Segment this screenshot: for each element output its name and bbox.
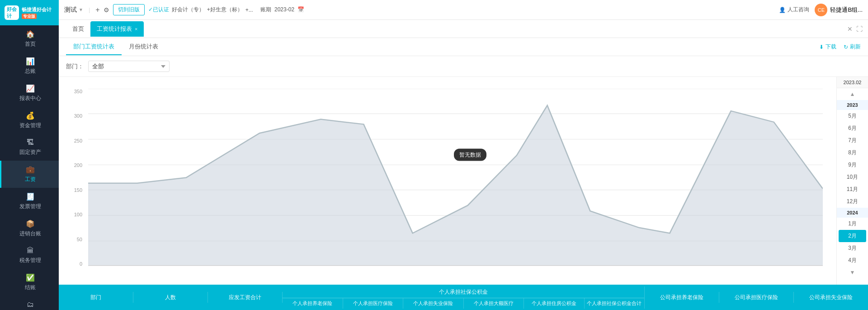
- date-panel: 2023.02 ▲ 2023 5月 6月 7月 8月 9月 10月 11月 12…: [836, 77, 868, 285]
- report-icon: 📈: [26, 84, 35, 93]
- settings-button[interactable]: ⚙: [104, 6, 109, 14]
- year-2024-label: 2024: [837, 208, 868, 218]
- tab-home[interactable]: 首页: [66, 21, 90, 37]
- subtab-actions: ⬇ 下载 ↻ 刷新: [819, 43, 861, 51]
- tab-close-button[interactable]: ×: [135, 26, 137, 32]
- more-status: +...: [245, 7, 253, 13]
- topbar-right: 👤 人工咨询 CE 轻捷通B组...: [779, 4, 863, 16]
- date-item-2024-4[interactable]: 4月: [837, 254, 868, 267]
- sidebar-item-funds[interactable]: 💰 资金管理: [0, 107, 59, 134]
- sidebar-label-settle: 结账: [25, 284, 36, 291]
- sidebar-logo: 好会计 畅捷通好会计 专业版: [0, 0, 59, 25]
- logo-badge: 专业版: [22, 14, 37, 19]
- calendar-icon[interactable]: 📅: [297, 6, 304, 13]
- tab-salary-report[interactable]: 工资统计报表 ×: [90, 21, 144, 37]
- date-nav-down-button[interactable]: ▼: [848, 268, 857, 277]
- y-label-250: 250: [68, 138, 86, 143]
- period-label: 账期: [260, 6, 271, 13]
- sidebar-item-assets[interactable]: 🏗 固定资产: [0, 134, 59, 161]
- refresh-button[interactable]: ↻ 刷新: [844, 43, 861, 51]
- divider: |: [89, 6, 90, 13]
- logo-icon: 好会计: [5, 5, 19, 20]
- user-initials: CE: [818, 7, 825, 13]
- settle-icon: ✅: [26, 273, 35, 282]
- sidebar-item-archive[interactable]: 🗂 归档管理: [0, 296, 59, 310]
- date-item-10[interactable]: 10月: [837, 171, 868, 183]
- sidebar-label-purchase: 进销台账: [19, 230, 41, 238]
- account-type: 好会计（专）: [172, 6, 204, 14]
- main-area: 测试 ▼ | + ⚙ 切到旧版 ✓已认证 好会计（专） +好生意（标） +...…: [59, 0, 868, 310]
- download-label: 下载: [826, 43, 836, 51]
- ledger-icon: 📊: [26, 57, 35, 66]
- sidebar-label-report: 报表中心: [19, 95, 41, 102]
- y-label-50: 50: [68, 237, 86, 242]
- chart-container: 0 50 100 150 200 250 300 350: [68, 84, 827, 280]
- chart-svg: [88, 89, 823, 267]
- y-label-0: 0: [68, 261, 86, 267]
- sidebar-item-purchase[interactable]: 📦 进销台账: [0, 215, 59, 242]
- chevron-down-icon[interactable]: ▼: [79, 7, 83, 12]
- sidebar-item-settle[interactable]: ✅ 结账: [0, 269, 59, 296]
- archive-icon: 🗂: [27, 300, 34, 309]
- help-button[interactable]: 👤 人工咨询: [779, 6, 809, 14]
- sidebar-item-home[interactable]: 🏠 首页: [0, 25, 59, 52]
- refresh-icon: ↻: [844, 44, 848, 50]
- col-personal-housing-fund: 个人承担住房公积金: [524, 298, 585, 309]
- date-item-5[interactable]: 5月: [837, 110, 868, 122]
- sidebar-label-tax: 税务管理: [19, 257, 41, 264]
- sidebar-item-report[interactable]: 📈 报表中心: [0, 80, 59, 107]
- date-panel-header: 2023.02: [837, 77, 868, 88]
- content-area: 部门工资统计表 月份统计表 ⬇ 下载 ↻ 刷新 部门： 全部 销售部: [59, 38, 868, 310]
- sidebar-label-ledger: 总账: [25, 67, 36, 75]
- chart-area-fill: [88, 105, 823, 266]
- chart-area: 0 50 100 150 200 250 300 350: [59, 77, 836, 285]
- tab-active-label: 工资统计报表: [97, 25, 132, 33]
- maximize-icon[interactable]: ⛶: [856, 25, 863, 33]
- add-button[interactable]: +: [95, 6, 99, 14]
- sidebar-item-salary[interactable]: 💼 工资: [0, 161, 59, 188]
- y-label-150: 150: [68, 187, 86, 193]
- funds-icon: 💰: [26, 111, 35, 120]
- date-item-11[interactable]: 11月: [837, 183, 868, 196]
- date-item-2024-3[interactable]: 3月: [837, 242, 868, 254]
- period-info: 账期 2023-02 📅: [260, 6, 305, 14]
- sidebar-item-invoice[interactable]: 🧾 发票管理: [0, 188, 59, 215]
- download-button[interactable]: ⬇ 下载: [819, 43, 836, 51]
- sidebar-label-salary: 工资: [25, 176, 36, 183]
- dept-filter-select[interactable]: 全部 销售部 财务部 行政部: [88, 61, 170, 72]
- y-axis: 0 50 100 150 200 250 300 350: [68, 89, 86, 267]
- dept-filter-label: 部门：: [66, 62, 84, 71]
- date-item-7[interactable]: 7月: [837, 134, 868, 147]
- date-nav-up-button[interactable]: ▲: [848, 90, 857, 98]
- y-label-100: 100: [68, 212, 86, 217]
- download-icon: ⬇: [819, 44, 824, 50]
- project-label: 测试: [64, 6, 77, 14]
- col-company-pension: 公司承担养老保险: [645, 292, 719, 303]
- status-bar: ✓已认证 好会计（专） +好生意（标） +...: [148, 6, 253, 14]
- sidebar-item-tax[interactable]: 🏛 税务管理: [0, 242, 59, 269]
- subtab-dept[interactable]: 部门工资统计表: [66, 39, 122, 55]
- date-nav-up: ▲: [837, 88, 868, 100]
- user-menu[interactable]: CE 轻捷通B组...: [815, 4, 863, 16]
- switch-version-button[interactable]: 切到旧版: [113, 4, 145, 15]
- chart-wrapper: 0 50 100 150 200 250 300 350: [59, 77, 868, 285]
- chart-svg-area: 暂无数据: [88, 89, 823, 267]
- help-icon: 👤: [779, 7, 786, 13]
- date-item-8[interactable]: 8月: [837, 147, 868, 159]
- date-item-2024-1[interactable]: 1月: [837, 218, 868, 230]
- close-window-icon[interactable]: ✕: [847, 25, 853, 33]
- col-company-unemployment: 公司承担失业保险: [794, 292, 868, 303]
- date-item-12[interactable]: 12月: [837, 196, 868, 208]
- date-item-6[interactable]: 6月: [837, 122, 868, 134]
- date-item-2024-2[interactable]: 2月: [839, 230, 866, 242]
- subtab-month[interactable]: 月份统计表: [122, 39, 165, 55]
- year-2023-label: 2023: [837, 100, 868, 110]
- sidebar-item-ledger[interactable]: 📊 总账: [0, 52, 59, 80]
- refresh-label: 刷新: [850, 43, 861, 51]
- sidebar-label-home: 首页: [25, 40, 36, 48]
- purchase-icon: 📦: [26, 219, 35, 228]
- date-item-9[interactable]: 9月: [837, 159, 868, 171]
- user-avatar: CE: [815, 4, 827, 16]
- biz-addon: +好生意（标）: [207, 6, 243, 14]
- project-name: 测试 ▼: [64, 6, 83, 14]
